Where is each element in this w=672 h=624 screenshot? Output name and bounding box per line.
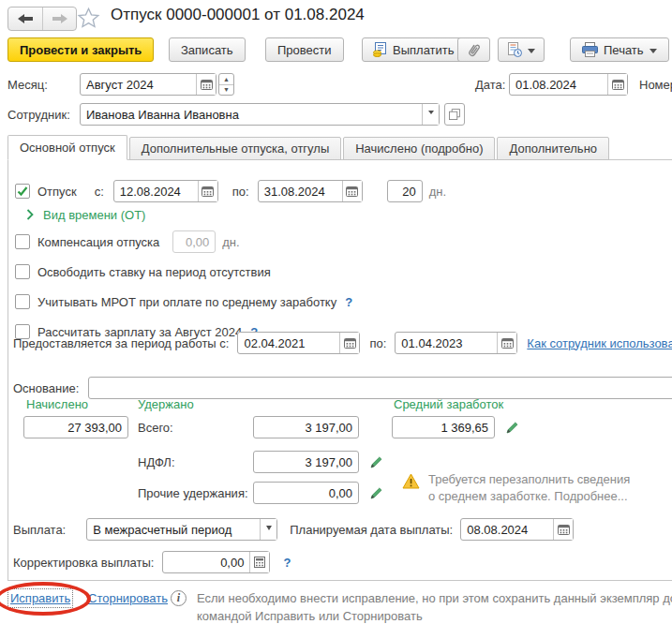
favorite-star-icon[interactable] xyxy=(77,7,100,33)
footer-info-line1: Если необходимо внести исправление, но п… xyxy=(197,591,672,605)
ndfl-field[interactable]: 3 197,00 xyxy=(253,451,359,473)
open-employee-button[interactable] xyxy=(444,103,465,126)
release-rate-label: Освободить ставку на период отсутствия xyxy=(37,265,271,279)
tab-main-vacation[interactable]: Основной отпуск xyxy=(7,135,127,160)
withheld-total-field[interactable]: 3 197,00 xyxy=(253,416,359,438)
calculator-button[interactable] xyxy=(249,552,269,572)
write-button[interactable]: Записать xyxy=(169,37,246,62)
reverse-link[interactable]: Сторнировать xyxy=(88,591,168,605)
fix-link[interactable]: Исправить xyxy=(10,591,70,605)
forward-button[interactable] xyxy=(42,7,76,30)
calendar-icon xyxy=(344,337,356,349)
calendar-icon xyxy=(201,79,213,90)
ndfl-label: НДФЛ: xyxy=(138,455,175,469)
info-icon: i xyxy=(171,590,187,606)
compensation-label: Компенсация отпуска xyxy=(37,235,159,249)
vacation-days-field[interactable]: 20 xyxy=(387,180,423,202)
employee-label: Сотрудник: xyxy=(7,108,70,122)
adjustment-help-link[interactable]: ? xyxy=(283,556,291,570)
basis-field[interactable] xyxy=(88,377,672,399)
chevron-down-icon xyxy=(266,526,272,534)
adjustment-row: Корректировка выплаты: 0,00 ? xyxy=(13,551,291,573)
mrot-checkbox[interactable] xyxy=(15,294,30,309)
chevron-down-icon xyxy=(428,111,434,118)
calendar-button[interactable] xyxy=(198,181,217,201)
compensation-checkbox[interactable] xyxy=(15,234,30,249)
work-period-to-label: по: xyxy=(369,336,386,350)
post-and-close-button[interactable]: Провести и закрыть xyxy=(7,37,154,62)
warning-line2: о среднем заработке. Подробнее... xyxy=(428,488,630,505)
adjustment-label: Корректировка выплаты: xyxy=(13,556,154,570)
withheld-header: Удержано xyxy=(138,397,194,411)
date-field[interactable]: 01.08.2024 xyxy=(509,73,628,96)
vacation-to-label: по: xyxy=(232,185,249,199)
calendar-button[interactable] xyxy=(342,181,362,201)
compensation-days-field[interactable]: 0,00 xyxy=(172,230,216,253)
accrued-field[interactable]: 27 393,00 xyxy=(23,416,128,438)
other-deductions-label: Прочие удержания: xyxy=(138,486,248,500)
other-deductions-field[interactable]: 0,00 xyxy=(253,482,359,504)
release-rate-checkbox[interactable] xyxy=(15,264,30,279)
payout-row: Выплата: В межрасчетный период Планируем… xyxy=(13,518,574,541)
vacation-checkbox[interactable] xyxy=(15,184,30,199)
edit-ndfl-button[interactable] xyxy=(367,453,384,470)
spinner-down-button[interactable]: ▼ xyxy=(219,84,233,96)
page-title: Отпуск 0000-000001 от 01.08.2024 xyxy=(111,6,365,24)
calculator-icon xyxy=(254,557,265,568)
payout-label: Выплата: xyxy=(13,523,66,537)
vacation-days-unit: дн. xyxy=(429,185,446,199)
warning-icon xyxy=(402,473,420,489)
calendar-button[interactable] xyxy=(339,333,359,353)
vacation-to-field[interactable]: 31.08.2024 xyxy=(258,180,363,202)
tab-additional[interactable]: Дополнительно xyxy=(497,137,609,160)
vacation-from-label: с: xyxy=(95,185,104,199)
payout-adjustment-field[interactable]: 0,00 xyxy=(162,551,270,573)
withheld-total-label: Всего: xyxy=(138,421,173,435)
time-kind-toggle[interactable]: Вид времени (ОТ) xyxy=(26,203,145,226)
history-menu-button[interactable] xyxy=(498,37,545,62)
time-kind-label: Вид времени (ОТ) xyxy=(43,208,145,222)
post-button[interactable]: Провести xyxy=(265,37,344,62)
date-calendar-button[interactable] xyxy=(607,74,627,95)
planned-date-field[interactable]: 08.08.2024 xyxy=(460,518,574,541)
calendar-button[interactable] xyxy=(553,519,573,540)
attachments-button[interactable] xyxy=(457,37,490,62)
chevron-right-icon xyxy=(26,209,34,220)
payout-method-dropdown-button[interactable] xyxy=(260,519,276,540)
mrot-help-link[interactable]: ? xyxy=(345,295,352,309)
accrued-header: Начислено xyxy=(26,397,88,411)
tab-bar: Основной отпуск Дополнительные отпуска, … xyxy=(7,135,611,160)
edit-average-earnings-button[interactable] xyxy=(503,419,520,436)
average-earnings-field[interactable]: 1 369,65 xyxy=(392,416,495,438)
vacation-usage-link[interactable]: Как сотрудник использовал о xyxy=(527,336,672,350)
checkmark-icon xyxy=(17,186,28,197)
employee-field[interactable]: Иванова Иванна Ивановна xyxy=(80,103,440,126)
month-field[interactable]: Август 2024 xyxy=(80,73,217,96)
spinner-up-button[interactable]: ▲ xyxy=(219,74,233,84)
work-period-label: Предоставляется за период работы с: xyxy=(13,336,229,350)
calendar-button[interactable] xyxy=(497,333,516,353)
edit-other-deductions-button[interactable] xyxy=(367,484,384,501)
basis-row: Основание: xyxy=(13,377,672,399)
document-history-icon xyxy=(507,42,522,57)
print-button[interactable]: Печать xyxy=(570,37,669,62)
footer-info-line2: командой Исправить или Сторнировать xyxy=(197,609,672,623)
month-spinner: ▲ ▼ xyxy=(218,73,234,96)
work-period-from-field[interactable]: 02.04.2021 xyxy=(237,332,360,354)
vacation-from-field[interactable]: 12.08.2024 xyxy=(113,180,218,202)
back-button[interactable] xyxy=(8,7,42,30)
work-period-to-field[interactable]: 01.04.2023 xyxy=(395,332,517,354)
tab-additional-vacations[interactable]: Дополнительные отпуска, отгулы xyxy=(129,137,342,160)
employee-dropdown-button[interactable] xyxy=(422,104,439,125)
calendar-icon xyxy=(501,337,514,349)
number-label: Номер xyxy=(639,78,672,92)
chevron-down-icon xyxy=(528,49,535,57)
month-calendar-button[interactable] xyxy=(196,74,216,95)
pencil-icon xyxy=(369,455,383,469)
pay-button[interactable]: Выплатить xyxy=(362,37,465,62)
payout-method-select[interactable]: В межрасчетный период xyxy=(86,518,277,541)
pencil-icon xyxy=(369,486,383,500)
vacation-document-window: Отпуск 0000-000001 от 01.08.2024 Провест… xyxy=(0,0,672,624)
tab-accrued-detail[interactable]: Начислено (подробно) xyxy=(343,137,495,160)
pencil-icon xyxy=(505,421,519,435)
